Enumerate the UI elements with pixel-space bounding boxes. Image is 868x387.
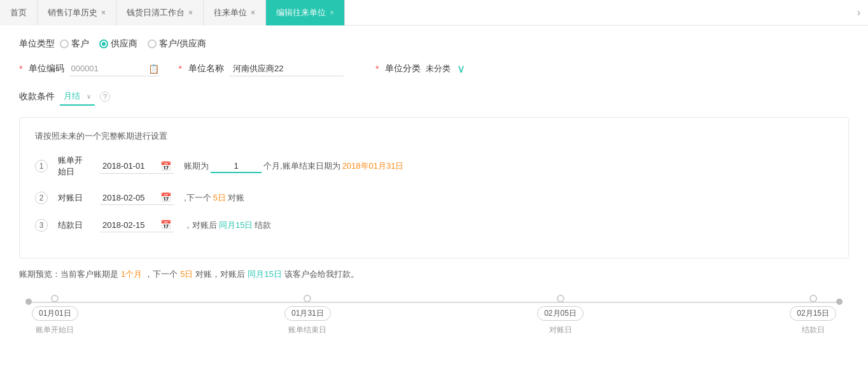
preview-text: 账期预览：当前客户账期是 1个月 ，下一个 5日 对账，对账后 同月15日 该客…	[19, 269, 849, 280]
tl-caption-1: 账单结束日	[288, 325, 326, 335]
code-input[interactable]	[69, 61, 146, 76]
date-calendar-2[interactable]: 📅	[160, 192, 171, 202]
tl-point-1: 01月31日 账单结束日	[284, 293, 331, 335]
period-desc-3: ，对账后 同月15日 结款	[184, 220, 271, 231]
classify-arrow-icon: ∨	[457, 62, 465, 76]
section-title: 请按照未来的一个完整帐期进行设置	[35, 130, 833, 142]
period-desc-2: ,下一个 5日 对账	[184, 192, 244, 204]
tl-caption-3: 结款日	[802, 325, 825, 335]
period-label-2: 对账日	[58, 192, 90, 204]
tl-label-1: 01月31日	[284, 306, 331, 321]
radio-both-label: 客户/供应商	[159, 38, 206, 50]
period-highlight-1: 2018年01月31日	[342, 160, 404, 172]
tab-partner-unit[interactable]: 往来单位 ×	[204, 0, 266, 25]
radio-supplier-circle	[99, 39, 108, 48]
classify-dropdown[interactable]: 未分类 ∨	[426, 62, 465, 76]
tl-label-3: 02月15日	[790, 306, 836, 321]
payment-dropdown[interactable]: 月结 ∨	[60, 88, 95, 106]
tl-caption-2: 对账日	[549, 325, 572, 335]
date-field-3[interactable]: 2018-02-15 📅	[100, 218, 174, 232]
tab-sales-history-close[interactable]: ×	[101, 8, 106, 17]
tab-sales-history[interactable]: 销售订单历史 ×	[38, 0, 116, 25]
name-label: 单位名称	[188, 63, 224, 74]
preview-prefix: 账期预览：当前客户账期是	[19, 269, 118, 280]
period-num-2: 2	[35, 192, 48, 204]
classify-group: * 单位分类 未分类 ∨	[375, 62, 465, 76]
tab-more-button[interactable]: ›	[850, 7, 868, 18]
code-name-row: * 单位编码 📋 * 单位名称 * 单位分类 未分类 ∨	[19, 61, 849, 76]
unit-type-row: 单位类型 客户 供应商 客户/供应商	[19, 38, 849, 50]
period-label-3: 结款日	[58, 220, 90, 231]
preview-part3: 同月15日	[248, 269, 281, 280]
timeline-row: 01月01日 账单开始日 01月31日 账单结束日 02月05日 对账日	[25, 293, 843, 335]
tl-dot-2	[557, 295, 564, 302]
timeline-right-dot	[836, 299, 843, 305]
period-suffix-1: 个月,账单结束日期为	[263, 160, 340, 172]
tab-edit-partner-close[interactable]: ×	[330, 8, 334, 17]
period-prefix-2: ,下一个	[184, 192, 211, 204]
radio-customer[interactable]: 客户	[60, 38, 89, 50]
main-content: 单位类型 客户 供应商 客户/供应商 * 单位编码	[0, 25, 868, 387]
period-section: 请按照未来的一个完整帐期进行设置 1 账单开始日 2018-01-01 📅 账期…	[19, 117, 849, 258]
radio-both[interactable]: 客户/供应商	[148, 38, 206, 50]
code-star: *	[19, 64, 22, 74]
preview-suffix: 该客户会给我打款。	[284, 269, 359, 280]
radio-both-circle	[148, 39, 157, 48]
period-month-input[interactable]	[211, 160, 262, 173]
timeline-points: 01月01日 账单开始日 01月31日 账单结束日 02月05日 对账日	[32, 293, 836, 335]
code-label: 单位编码	[29, 63, 64, 74]
code-group: * 单位编码 📋	[19, 61, 159, 76]
date-value-3: 2018-02-15	[102, 220, 157, 230]
tab-bar: 首页 销售订单历史 × 钱货日清工作台 × 往来单位 × 编辑往来单位 × ›	[0, 0, 868, 25]
period-desc-1: 账期为 个月,账单结束日期为 2018年01月31日	[184, 160, 403, 173]
tl-point-3: 02月15日 结款日	[790, 293, 836, 335]
period-row-1: 1 账单开始日 2018-01-01 📅 账期为 个月,账单结束日期为 2018…	[35, 155, 833, 178]
period-num-3: 3	[35, 219, 48, 232]
date-calendar-3[interactable]: 📅	[160, 220, 171, 230]
tl-dot-0	[51, 295, 59, 302]
tab-home[interactable]: 首页	[0, 0, 38, 25]
payment-group: 收款条件 月结 ∨ ?	[19, 88, 110, 106]
tl-label-2: 02月05日	[537, 306, 584, 321]
tab-cash-work-close[interactable]: ×	[188, 8, 193, 17]
radio-supplier-label: 供应商	[111, 38, 137, 50]
date-field-2[interactable]: 2018-02-05 📅	[100, 190, 174, 205]
timeline-left-dot	[25, 299, 32, 305]
preview-mid1: ，下一个	[144, 269, 178, 280]
period-row-3: 3 结款日 2018-02-15 📅 ，对账后 同月15日 结款	[35, 218, 833, 232]
preview-mid2: 对账，对账后	[195, 269, 245, 280]
name-input[interactable]	[229, 61, 344, 76]
radio-customer-circle	[60, 39, 69, 48]
classify-value: 未分类	[426, 63, 451, 74]
period-suffix-2: 对账	[228, 192, 244, 204]
period-num-1: 1	[35, 160, 48, 172]
tl-label-0: 01月01日	[32, 306, 78, 321]
date-field-1[interactable]: 2018-01-01 📅	[100, 159, 174, 174]
classify-star: *	[375, 64, 379, 74]
radio-supplier[interactable]: 供应商	[99, 38, 137, 50]
tab-partner-unit-label: 往来单位	[214, 7, 247, 18]
tl-point-0: 01月01日 账单开始日	[32, 293, 78, 335]
code-calendar-icon[interactable]: 📋	[148, 64, 159, 74]
period-extra-label-1: 账期为	[184, 160, 209, 172]
timeline: 01月01日 账单开始日 01月31日 账单结束日 02月05日 对账日	[19, 293, 849, 335]
name-star: *	[178, 64, 181, 74]
tab-edit-partner[interactable]: 编辑往来单位 ×	[266, 0, 345, 25]
payment-row: 收款条件 月结 ∨ ?	[19, 88, 849, 106]
tab-partner-unit-close[interactable]: ×	[251, 8, 255, 17]
tl-caption-0: 账单开始日	[36, 325, 74, 335]
tab-cash-work[interactable]: 钱货日清工作台 ×	[116, 0, 204, 25]
preview-part1: 1个月	[121, 269, 142, 280]
timeline-left-end	[25, 293, 32, 305]
date-value-2: 2018-02-05	[102, 193, 157, 202]
date-calendar-1[interactable]: 📅	[160, 161, 171, 171]
payment-help-icon[interactable]: ?	[100, 92, 110, 102]
timeline-right-end	[836, 293, 843, 305]
period-prefix-3: ，对账后	[184, 220, 217, 231]
tab-cash-work-label: 钱货日清工作台	[127, 7, 185, 18]
payment-value: 月结	[64, 90, 80, 102]
name-group: * 单位名称	[178, 61, 343, 76]
unit-type-group: 单位类型 客户 供应商 客户/供应商	[19, 38, 206, 50]
preview-part2: 5日	[180, 269, 193, 280]
tl-dot-1	[304, 295, 311, 302]
